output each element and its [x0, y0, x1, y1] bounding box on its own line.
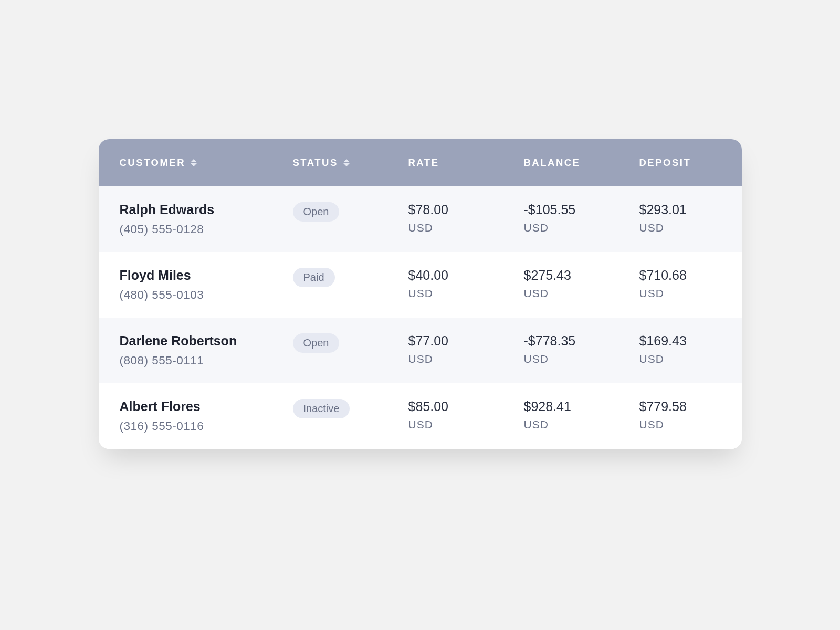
status-cell: Open	[293, 333, 408, 353]
table-row[interactable]: Ralph Edwards (405) 555-0128 Open $78.00…	[99, 186, 742, 252]
header-status[interactable]: STATUS	[293, 157, 408, 169]
status-cell: Open	[293, 202, 408, 222]
balance-cell: -$778.35 USD	[524, 333, 639, 365]
rate-currency: USD	[408, 287, 524, 300]
deposit-cell: $710.68 USD	[639, 268, 742, 300]
customer-name: Albert Flores	[120, 399, 293, 414]
header-customer-label: CUSTOMER	[120, 157, 186, 169]
status-cell: Paid	[293, 268, 408, 287]
deposit-currency: USD	[639, 418, 742, 431]
header-balance-label: BALANCE	[524, 157, 581, 169]
balance-currency: USD	[524, 287, 639, 300]
rate-amount: $78.00	[408, 202, 524, 217]
balance-currency: USD	[524, 222, 639, 234]
status-badge: Open	[293, 333, 340, 353]
rate-cell: $40.00 USD	[408, 268, 524, 300]
deposit-cell: $293.01 USD	[639, 202, 742, 234]
balance-amount: -$778.35	[524, 333, 639, 349]
rate-currency: USD	[408, 418, 524, 431]
customer-phone: (480) 555-0103	[120, 288, 293, 302]
rate-cell: $77.00 USD	[408, 333, 524, 365]
table-header: CUSTOMER STATUS RATE BALANCE DEPOSIT	[99, 139, 742, 186]
balance-amount: $928.41	[524, 399, 639, 414]
customer-phone: (405) 555-0128	[120, 223, 293, 236]
header-deposit[interactable]: DEPOSIT	[639, 157, 742, 169]
customer-table: CUSTOMER STATUS RATE BALANCE DEPOSIT Ral…	[99, 139, 742, 449]
rate-amount: $40.00	[408, 268, 524, 283]
deposit-amount: $779.58	[639, 399, 742, 414]
header-rate[interactable]: RATE	[408, 157, 524, 169]
table-row[interactable]: Floyd Miles (480) 555-0103 Paid $40.00 U…	[99, 252, 742, 318]
deposit-amount: $169.43	[639, 333, 742, 349]
deposit-cell: $169.43 USD	[639, 333, 742, 365]
balance-currency: USD	[524, 353, 639, 365]
customer-phone: (808) 555-0111	[120, 354, 293, 368]
header-rate-label: RATE	[408, 157, 439, 169]
header-deposit-label: DEPOSIT	[639, 157, 691, 169]
status-badge: Paid	[293, 268, 335, 287]
customer-phone: (316) 555-0116	[120, 419, 293, 433]
header-customer[interactable]: CUSTOMER	[120, 157, 293, 169]
customer-name: Ralph Edwards	[120, 202, 293, 217]
sort-icon	[191, 159, 197, 166]
customer-name: Darlene Robertson	[120, 333, 293, 349]
table-row[interactable]: Albert Flores (316) 555-0116 Inactive $8…	[99, 383, 742, 449]
deposit-currency: USD	[639, 287, 742, 300]
balance-cell: -$105.55 USD	[524, 202, 639, 234]
customer-cell: Albert Flores (316) 555-0116	[120, 399, 293, 433]
status-badge: Open	[293, 202, 340, 222]
customer-cell: Ralph Edwards (405) 555-0128	[120, 202, 293, 236]
customer-name: Floyd Miles	[120, 268, 293, 283]
header-balance[interactable]: BALANCE	[524, 157, 639, 169]
balance-amount: $275.43	[524, 268, 639, 283]
rate-cell: $85.00 USD	[408, 399, 524, 431]
rate-cell: $78.00 USD	[408, 202, 524, 234]
rate-amount: $77.00	[408, 333, 524, 349]
status-cell: Inactive	[293, 399, 408, 418]
deposit-amount: $293.01	[639, 202, 742, 217]
rate-currency: USD	[408, 222, 524, 234]
header-status-label: STATUS	[293, 157, 338, 169]
table-row[interactable]: Darlene Robertson (808) 555-0111 Open $7…	[99, 318, 742, 383]
customer-cell: Darlene Robertson (808) 555-0111	[120, 333, 293, 368]
sort-icon	[343, 159, 350, 166]
rate-currency: USD	[408, 353, 524, 365]
balance-amount: -$105.55	[524, 202, 639, 217]
deposit-cell: $779.58 USD	[639, 399, 742, 431]
balance-cell: $928.41 USD	[524, 399, 639, 431]
deposit-currency: USD	[639, 222, 742, 234]
customer-cell: Floyd Miles (480) 555-0103	[120, 268, 293, 302]
deposit-amount: $710.68	[639, 268, 742, 283]
rate-amount: $85.00	[408, 399, 524, 414]
status-badge: Inactive	[293, 399, 350, 418]
balance-currency: USD	[524, 418, 639, 431]
balance-cell: $275.43 USD	[524, 268, 639, 300]
deposit-currency: USD	[639, 353, 742, 365]
